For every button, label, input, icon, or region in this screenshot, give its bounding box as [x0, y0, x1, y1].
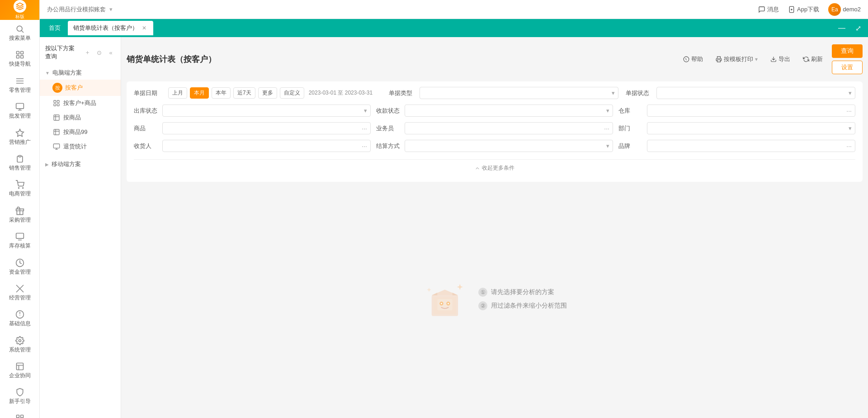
sidebar-item-purchase[interactable]: 采购管理 [0, 202, 39, 228]
sidebar-item-appcenter[interactable]: 应用中心 [0, 409, 39, 418]
date-range: 2023-03-01 至 2023-03-31 [309, 89, 373, 97]
tree-item-by-customer[interactable]: 按 按客户 [40, 80, 121, 96]
receiver-input[interactable] [162, 140, 371, 152]
tab-home[interactable]: 首页 [43, 21, 66, 35]
app-logo[interactable]: 标版 [0, 0, 40, 20]
settings-btn[interactable]: 设置 [832, 61, 863, 74]
salesperson-input[interactable] [405, 122, 613, 134]
expand-icon-mobile: ▶ [45, 162, 49, 167]
tip-num-1: ① [478, 288, 487, 297]
dropdown-icon[interactable]: ▾ [109, 6, 113, 13]
company-selector[interactable]: 办公用品行业模拟账套 [47, 5, 106, 14]
sidebar-item-ecommerce[interactable]: 电商管理 [0, 176, 39, 201]
product-control: ··· [162, 122, 371, 134]
tree-group-mobile-header[interactable]: ▶ 移动端方案 [40, 157, 121, 171]
user-info[interactable]: Ea demo2 [828, 3, 861, 16]
sidebar-item-wholesale[interactable]: 批发管理 [0, 98, 39, 124]
warehouse-dots[interactable]: ··· [846, 107, 852, 114]
tip-num-2: ② [478, 301, 487, 310]
empty-illustration [422, 276, 467, 322]
maximize-btn[interactable]: ⤢ [852, 22, 864, 34]
message-btn[interactable]: 消息 [758, 5, 779, 14]
app-download-btn[interactable]: App下载 [788, 5, 819, 14]
tree-item-product99[interactable]: 按商品99 [40, 125, 121, 139]
date-btn-this-month[interactable]: 本月 [190, 87, 209, 99]
sidebar-item-marketing[interactable]: 营销推广 [0, 124, 39, 150]
sidebar-item-retail[interactable]: 零售管理 [0, 72, 39, 98]
tree-item-customer-product-label: 按客户+商品 [63, 99, 96, 107]
outstatus-control: ▾ [162, 104, 371, 117]
department-select[interactable] [647, 122, 855, 134]
product-input[interactable] [162, 122, 371, 134]
left-panel-header-icons: ＋ ⊙ « [83, 48, 115, 57]
svg-rect-17 [54, 100, 56, 103]
product-dots[interactable]: ··· [362, 125, 367, 132]
help-btn[interactable]: 帮助 [679, 53, 707, 65]
sidebar-item-sales[interactable]: 销售管理 [0, 150, 39, 176]
tree-group-pc-header[interactable]: ▼ 电脑端方案 [40, 66, 121, 80]
help-icon [683, 56, 689, 62]
collapse-label: 收起更多条件 [482, 164, 514, 172]
tree-item-product[interactable]: 按商品 [40, 110, 121, 125]
sidebar-item-operation[interactable]: 经营管理 [0, 280, 39, 305]
date-btn-this-year[interactable]: 本年 [212, 87, 231, 99]
status-label: 单据状态 [626, 89, 649, 97]
left-panel-title: 按以下方案查询 [45, 44, 80, 61]
tab-close-icon[interactable]: ✕ [141, 24, 148, 32]
content-area: 按以下方案查询 ＋ ⊙ « ▼ 电脑端方案 按 按客户 [40, 37, 868, 418]
sidebar-item-basicinfo[interactable]: 基础信息 [0, 305, 39, 331]
date-btn-last-month[interactable]: 上月 [168, 87, 187, 99]
sidebar-item-quicknav[interactable]: 快捷导航 [0, 46, 39, 71]
empty-state: ① 请先选择要分析的方案 ② 用过滤条件来缩小分析范围 [127, 185, 863, 413]
query-btn[interactable]: 查询 [832, 44, 863, 58]
sidebar-item-inventory[interactable]: 库存核算 [0, 228, 39, 253]
salesperson-dots[interactable]: ··· [604, 125, 609, 132]
settlement-label: 结算方式 [376, 142, 401, 150]
collapse-panel-btn[interactable]: « [106, 48, 115, 57]
minimize-btn[interactable]: — [835, 22, 848, 34]
settlement-select[interactable] [405, 140, 613, 152]
template-print-btn[interactable]: 按模板打印 ▾ [712, 53, 761, 65]
sidebar-item-system[interactable]: 系统管理 [0, 332, 39, 357]
empty-tip-1: ① 请先选择要分析的方案 [478, 288, 567, 297]
template-print-dropdown-icon[interactable]: ▾ [755, 56, 758, 62]
type-select[interactable] [420, 87, 618, 99]
warehouse-control: ··· [647, 104, 855, 117]
export-btn[interactable]: 导出 [767, 53, 794, 65]
warehouse-input[interactable] [647, 104, 855, 117]
outstatus-select[interactable] [162, 104, 371, 117]
brand-input[interactable] [647, 140, 855, 152]
window-controls: — ⤢ [835, 22, 864, 34]
tree-group-pc-label: 电脑端方案 [52, 69, 82, 77]
sidebar-item-finance[interactable]: 资金管理 [0, 254, 39, 280]
receiptstatus-select[interactable] [405, 104, 613, 117]
filter-row-3: 商品 ··· 业务员 ··· [134, 122, 855, 134]
status-select[interactable] [656, 87, 855, 99]
receiver-dots[interactable]: ··· [362, 142, 367, 150]
brand-dots[interactable]: ··· [846, 142, 852, 150]
svg-rect-1 [16, 52, 19, 54]
add-scheme-btn[interactable]: ＋ [83, 48, 92, 57]
sidebar-item-search[interactable]: 搜索菜单 [0, 20, 39, 46]
expand-icon: ▼ [45, 71, 50, 76]
date-btn-more[interactable]: 更多 [258, 87, 277, 99]
refresh-label: 刷新 [811, 55, 823, 63]
tree-item-returns[interactable]: 退货统计 [40, 139, 121, 154]
collapse-btn[interactable]: 收起更多条件 [467, 162, 522, 174]
date-btn-custom[interactable]: 自定义 [280, 87, 304, 99]
sidebar-search-label: 搜索菜单 [9, 35, 31, 41]
refresh-btn[interactable]: 刷新 [799, 53, 826, 65]
filter-field-receiver: 收货人 ··· [134, 140, 371, 152]
filter-card: 单据日期 上月 本月 本年 近7天 更多 自定义 2023-03-01 至 20… [127, 81, 863, 182]
avatar: Ea [828, 3, 841, 16]
sidebar-item-newuser[interactable]: 新手引导 [0, 383, 39, 409]
tree-item-customer-product[interactable]: 按客户+商品 [40, 96, 121, 110]
edit-scheme-btn[interactable]: ⊙ [94, 48, 104, 57]
filter-field-department: 部门 ▾ [618, 122, 855, 134]
svg-point-7 [18, 188, 19, 189]
logo-icon [14, 0, 26, 13]
date-btn-last-7days[interactable]: 近7天 [233, 87, 255, 99]
collapse-bar: 收起更多条件 [134, 159, 855, 176]
tab-sales-stat[interactable]: 销货单统计表（按客户） ✕ [68, 21, 153, 35]
sidebar-item-enterprise[interactable]: 企业协同 [0, 357, 39, 383]
